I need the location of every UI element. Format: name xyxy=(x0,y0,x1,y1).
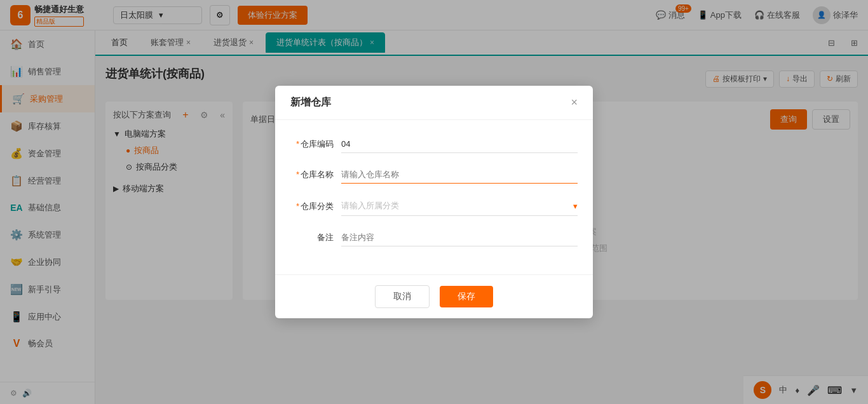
form-label-category: 仓库分类 xyxy=(290,201,341,212)
warehouse-category-select[interactable]: 请输入所属分类 ▾ xyxy=(341,196,578,216)
dialog-body: 仓库编码 仓库名称 仓库分类 请输入所属分类 ▾ 备注 xyxy=(275,120,593,274)
warehouse-name-input[interactable] xyxy=(341,166,578,184)
dialog-header: 新增仓库 × xyxy=(275,86,593,120)
warehouse-code-input[interactable] xyxy=(341,135,578,153)
dialog-footer: 取消 保存 xyxy=(275,274,593,318)
form-label-name: 仓库名称 xyxy=(290,169,341,180)
save-button[interactable]: 保存 xyxy=(440,286,493,307)
category-placeholder: 请输入所属分类 xyxy=(341,200,399,212)
new-warehouse-dialog: 新增仓库 × 仓库编码 仓库名称 仓库分类 请输入所属分类 ▾ xyxy=(275,86,593,318)
modal-overlay: 新增仓库 × 仓库编码 仓库名称 仓库分类 请输入所属分类 ▾ xyxy=(0,0,868,404)
category-dropdown-icon: ▾ xyxy=(573,201,578,211)
form-label-remark: 备注 xyxy=(290,232,341,243)
warehouse-remark-input[interactable] xyxy=(341,229,578,246)
cancel-button[interactable]: 取消 xyxy=(375,285,430,308)
form-row-name: 仓库名称 xyxy=(290,166,578,184)
form-row-category: 仓库分类 请输入所属分类 ▾ xyxy=(290,196,578,216)
dialog-title: 新增仓库 xyxy=(290,96,331,109)
form-row-remark: 备注 xyxy=(290,229,578,246)
dialog-close-btn[interactable]: × xyxy=(571,96,578,109)
form-row-code: 仓库编码 xyxy=(290,135,578,153)
form-label-code: 仓库编码 xyxy=(290,138,341,150)
